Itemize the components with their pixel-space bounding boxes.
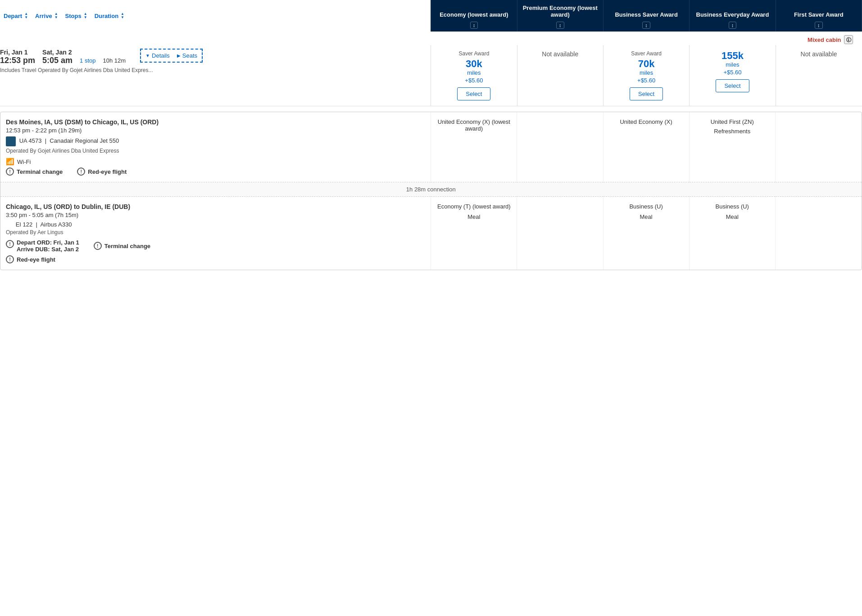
wifi-icon: 📶 [6,158,14,166]
segment1-time-range: 12:53 pm - 2:22 pm (1h 29m) [6,127,425,134]
sort-stops[interactable]: Stops ▲▼ [65,12,87,19]
details-link[interactable]: ▼ Details [145,52,170,59]
business-saver-award-type: Saver Award [607,50,685,57]
segment1-operated: Operated By Gojet Airlines Dba United Ex… [6,148,425,154]
segment2-route: Chicago, IL, US (ORD) to Dublin, IE (DUB… [6,203,425,210]
economy-select-button[interactable]: Select [457,87,490,100]
exclaim-icon-1: ! [6,168,14,176]
business-everyday-miles: 155k [693,50,771,61]
united-logo-icon [6,136,16,146]
segment1-warning1: ! Terminal change [6,168,63,176]
stops-label[interactable]: 1 stop [80,57,95,64]
business-everyday-fee: +$5.60 [693,69,771,76]
segment2-cabin-business-everyday: Business (U) Meal [689,197,775,270]
business-saver-miles: 70k [607,59,685,69]
column-headers: Depart ▲▼ Arrive ▲▼ Stops ▲▼ Duration ▲▼ [0,0,862,32]
segment2-operated: Operated By Aer Lingus [6,229,425,236]
business-saver-select-button[interactable]: Select [630,87,663,100]
segment2-warning3: ! Red-eye flight [6,255,425,263]
col-economy[interactable]: Economy (lowest award) ↕ [431,0,517,32]
segment1-flight-num: UA 4573 | Canadair Regional Jet 550 [6,136,425,146]
segment2-warning1: ! Depart ORD: Fri, Jan 1 Arrive DUB: Sat… [6,239,79,253]
col-first-saver[interactable]: First Saver Award ↕ [776,0,862,32]
premium-economy-not-available: Not available [542,50,578,58]
col-premium-economy[interactable]: Premium Economy (lowest award) ↕ [517,0,603,32]
segment2-cabin-economy: Economy (T) (lowest award) Meal [431,197,517,270]
segment2-cabin-first-saver [775,197,861,270]
economy-miles: 30k [435,59,513,69]
col-business-everyday[interactable]: Business Everyday Award ↕ [690,0,776,32]
sort-depart[interactable]: Depart ▲▼ [4,12,28,19]
segment1-wifi: 📶 Wi-Fi [6,158,425,166]
depart-time: 12:53 pm [0,56,35,65]
arrive-time: 5:05 am [42,56,73,65]
segment2-cabin-premium [517,197,603,270]
segment1-route: Des Moines, IA, US (DSM) to Chicago, IL,… [6,118,425,126]
segment1-warning2: ! Red-eye flight [77,168,127,176]
business-everyday-select-button[interactable]: Select [716,79,749,92]
business-saver-award-cell: Saver Award 70k miles +$5.60 Select [603,45,689,106]
mixed-cabin-info-icon[interactable]: 🛈 [844,35,853,44]
segment2-time-range: 3:50 pm - 5:05 am (7h 15m) [6,212,425,218]
segment1-cabin-business-saver: United Economy (X) [603,112,689,182]
economy-fee: +$5.60 [435,77,513,84]
segment1-cabin-economy: United Economy (X) (lowest award) [431,112,517,182]
business-saver-miles-label: miles [607,69,685,76]
mixed-cabin-row: Mixed cabin 🛈 [0,32,862,45]
connection-row: 1h 28m connection [0,182,862,197]
premium-economy-award-cell: Not available [517,45,603,106]
business-saver-fee: +$5.60 [607,77,685,84]
economy-award-type: Saver Award [435,50,513,57]
segment-detail-row: Des Moines, IA, US (DSM) to Chicago, IL,… [0,106,862,276]
segment1-cabin-premium [517,112,603,182]
seats-link[interactable]: ▶ Seats [177,52,197,59]
segment1-cabin-business-everyday: United First (ZN) Refreshments [689,112,775,182]
exclaim-icon-2: ! [77,168,85,176]
segment2-row: Chicago, IL, US (ORD) to Dublin, IE (DUB… [0,197,862,270]
segment2-flight-num: EI 122 | Airbus A330 [6,221,425,228]
flight-result-row: Fri, Jan 1 12:53 pm Sat, Jan 2 5:05 am 1… [0,45,862,106]
business-everyday-miles-label: miles [693,61,771,68]
col-business-saver[interactable]: Business Saver Award ↕ [603,0,689,32]
arrive-date: Sat, Jan 2 [42,49,73,56]
segment2-cabin-business-saver: Business (U) Meal [603,197,689,270]
codeshare-note: Includes Travel Operated By Gojet Airlin… [0,67,431,73]
segment2-warning2: ! Terminal change [94,239,150,253]
exclaim-icon-3: ! [6,240,14,248]
duration-label: 10h 12m [103,57,126,64]
economy-miles-label: miles [435,69,513,76]
depart-date: Fri, Jan 1 [0,49,35,56]
sort-duration[interactable]: Duration ▲▼ [95,12,124,19]
business-everyday-award-cell: 155k miles +$5.60 Select [690,45,776,106]
mixed-cabin-notice: Mixed cabin 🛈 [808,35,862,44]
sort-arrive[interactable]: Arrive ▲▼ [35,12,58,19]
first-saver-award-cell: Not available [776,45,862,106]
segment1-row: Des Moines, IA, US (DSM) to Chicago, IL,… [0,112,862,182]
exclaim-icon-4: ! [94,242,102,250]
exclaim-icon-5: ! [6,255,14,263]
economy-award-cell: Saver Award 30k miles +$5.60 Select [431,45,517,106]
first-saver-not-available: Not available [801,50,837,58]
segment1-cabin-first-saver [775,112,861,182]
